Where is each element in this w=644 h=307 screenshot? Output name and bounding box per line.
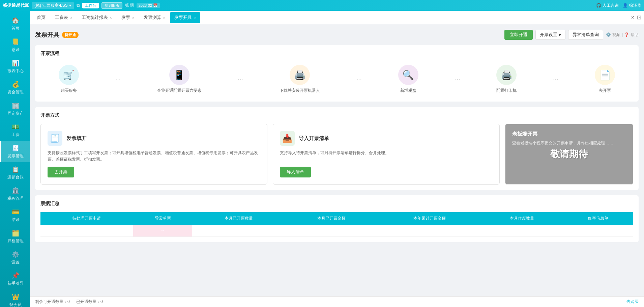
bottom-bar: 剩余可开通数量：0 已开通数量：0 去购买 <box>30 296 644 307</box>
import-list-button[interactable]: 导入清单 <box>280 167 311 177</box>
tab-invoice-calc[interactable]: 发票测算× <box>139 12 170 23</box>
import-title: 导入开票清单 <box>299 135 329 142</box>
flow-section-title: 开票流程 <box>40 51 633 57</box>
top-bar: 畅捷通易代账 (勉) 江西服室-LSS ▾ ⧉ 工作台 切到旧版 账期 2023… <box>0 0 644 11</box>
printer-step-icon: 🖨️ <box>496 65 517 85</box>
buy-step-icon: 🛒 <box>59 65 79 85</box>
download-step-icon: 🖨️ <box>290 65 310 85</box>
tab-close-invoice-open[interactable]: × <box>194 16 196 20</box>
summary-col-0: 待处理开票申请 <box>40 212 133 225</box>
flow-step-taxdisk[interactable]: 🔍 新增税盘 <box>398 65 418 93</box>
summary-col-1: 异常单票 <box>133 212 193 225</box>
summary-section-title: 票据汇总 <box>40 201 633 207</box>
app-logo: 畅捷通易代账 <box>3 2 29 8</box>
flow-section: 开票流程 🛒 购买服务 ⋯ 📱 企业开通配置开票六要素 ⋯ 🖨️ 下载并安装开票… <box>35 45 639 102</box>
sidebar-item-ledger[interactable]: 📒 总账 <box>0 35 30 56</box>
customer-service-button[interactable]: 🎧 人工咨询 <box>596 3 619 8</box>
configure-step-icon: 📱 <box>169 65 189 85</box>
tab-invoice-open[interactable]: 发票开具× <box>170 12 200 23</box>
top-bar-right: 🎧 人工咨询 👤 徐泽华 <box>596 3 641 8</box>
flow-step-configure[interactable]: 📱 企业开通配置开票六要素 <box>157 65 202 93</box>
switch-old-button[interactable]: 切到旧版 <box>101 2 122 9</box>
salary-icon: 💵 <box>12 123 19 131</box>
configure-step-label: 企业开通配置开票六要素 <box>157 88 202 93</box>
manual-fill-card: 🧾 发票填开 支持按照发票样式手工填写开发票；可开具增值税电子普通发票、增值税普… <box>40 124 267 185</box>
tab-close-invoice[interactable]: × <box>132 16 134 20</box>
guide-icon: 📌 <box>12 272 19 279</box>
sidebar-item-invoice-mgmt[interactable]: 🧾 发票管理 <box>0 141 30 162</box>
import-desc: 支持导入待开票清单，可对待开票清单进行拆分、合并处理。 <box>280 150 493 163</box>
settings-icon: ⚙️ <box>12 251 19 258</box>
sidebar-item-settlement[interactable]: 💳 结账 <box>0 205 30 226</box>
sidebar-label-home: 首页 <box>11 26 20 31</box>
page-title: 发票开具 <box>35 31 59 39</box>
sidebar-label-settings: 设置 <box>11 259 20 265</box>
period-value[interactable]: 2023-02 📅 <box>137 3 160 8</box>
sidebar-item-tax[interactable]: 🏛️ 税务管理 <box>0 184 30 205</box>
tab-label-invoice: 发票 <box>121 15 130 21</box>
immediate-open-button[interactable]: 立即开通 <box>504 30 533 40</box>
restore-window-icon[interactable]: ⊡ <box>637 14 641 21</box>
old-platform-title: 老板端开票 <box>512 131 626 137</box>
sidebar-item-settings[interactable]: ⚙️ 设置 <box>0 247 30 269</box>
sidebar-item-reports[interactable]: 📊 报表中心 <box>0 56 30 77</box>
sidebar-item-purchase[interactable]: 📋 进销台账 <box>0 162 30 184</box>
method-cards-container: 🧾 发票填开 支持按照发票样式手工填写开发票；可开具增值税电子普通发票、增值税普… <box>40 124 633 185</box>
sidebar-item-archive[interactable]: 🗂️ 归档管理 <box>0 226 30 247</box>
tab-invoice[interactable]: 发票× <box>117 12 139 23</box>
summary-section: 票据汇总 待处理开票申请异常单票本月已开票数量本月已开票金额本年累计开票金额本月… <box>35 195 639 242</box>
summary-col-6: 红字信息单 <box>563 212 633 225</box>
flow-step-download[interactable]: 🖨️ 下载并安装开票机器人 <box>280 65 320 93</box>
flow-arrow-3: ⋯ <box>356 76 362 82</box>
user-profile-button[interactable]: 👤 徐泽华 <box>623 3 641 8</box>
flow-step-ticket[interactable]: 📄 去开票 <box>595 65 615 93</box>
sidebar-label-settlement: 结账 <box>11 217 20 223</box>
tab-close-salary-report[interactable]: × <box>110 16 112 20</box>
taxdisk-step-label: 新增税盘 <box>400 88 416 93</box>
summary-cell-4: -- <box>378 225 481 237</box>
sidebar-item-capital[interactable]: 💰 资金管理 <box>0 77 30 99</box>
sidebar-label-invoice-mgmt: 发票管理 <box>7 153 24 159</box>
chevron-down-icon: ▾ <box>69 3 71 8</box>
import-footer: 导入清单 <box>280 167 493 177</box>
sidebar-item-home[interactable]: 🏠 首页 <box>0 13 30 35</box>
help-area: ⚙️ 视频 | ❓ 帮助 <box>606 32 639 38</box>
help-icon: ❓ <box>624 32 629 37</box>
tab-salary-report[interactable]: 工资统计报表× <box>77 12 116 23</box>
sidebar-item-salary[interactable]: 💵 工资 <box>0 120 30 141</box>
go-open-ticket-button[interactable]: 去开票 <box>48 167 74 177</box>
tab-close-invoice-calc[interactable]: × <box>163 16 165 20</box>
tab-home[interactable]: 首页 <box>32 12 50 23</box>
sidebar-item-member[interactable]: 👑 畅会员 <box>0 290 30 307</box>
settlement-icon: 💳 <box>12 208 19 216</box>
flow-step-buy[interactable]: 🛒 购买服务 <box>59 65 79 93</box>
sidebar-item-assets[interactable]: 🏢 固定资产 <box>0 99 30 120</box>
abnormal-list-button[interactable]: 异常清单查询 <box>568 30 603 40</box>
reports-icon: 📊 <box>12 59 19 67</box>
settings-button[interactable]: 开票设置 ▾ <box>535 30 565 40</box>
settings-icon: ⚙️ <box>606 32 611 37</box>
opened-label: 已开通数量：0 <box>76 299 103 304</box>
sidebar-label-archive: 归档管理 <box>7 238 24 244</box>
manual-fill-header: 🧾 发票填开 <box>48 131 260 146</box>
sidebar-label-member: 畅会员 <box>9 302 22 307</box>
tax-icon: 🏛️ <box>12 187 19 194</box>
tab-close-salary[interactable]: × <box>70 16 72 20</box>
buy-link[interactable]: 去购买 <box>626 299 639 305</box>
sidebar-label-ledger: 总账 <box>11 47 20 53</box>
summary-cell-0: -- <box>40 225 133 237</box>
printer-step-label: 配置打印机 <box>496 88 517 93</box>
tab-salary[interactable]: 工资表× <box>51 12 77 23</box>
flow-step-printer[interactable]: 🖨️ 配置打印机 <box>496 65 517 93</box>
manual-fill-icon: 🧾 <box>48 131 62 146</box>
page-header-actions: 立即开通 开票设置 ▾ 异常清单查询 ⚙️ 视频 | ❓ 帮助 <box>504 30 639 40</box>
tab-label-salary-report: 工资统计报表 <box>82 15 108 21</box>
flow-arrow-4: ⋯ <box>455 76 460 82</box>
sidebar-item-guide[interactable]: 📌 新手引导 <box>0 269 30 290</box>
company-selector[interactable]: (勉) 江西服室-LSS ▾ <box>32 2 74 9</box>
top-bar-left: 畅捷通易代账 (勉) 江西服室-LSS ▾ ⧉ 工作台 切到旧版 账期 2023… <box>3 2 160 9</box>
copy-icon[interactable]: ⧉ <box>77 3 80 8</box>
summary-col-4: 本年累计开票金额 <box>378 212 481 225</box>
workspace-button[interactable]: 工作台 <box>82 3 99 8</box>
close-window-icon[interactable]: × <box>631 15 634 21</box>
